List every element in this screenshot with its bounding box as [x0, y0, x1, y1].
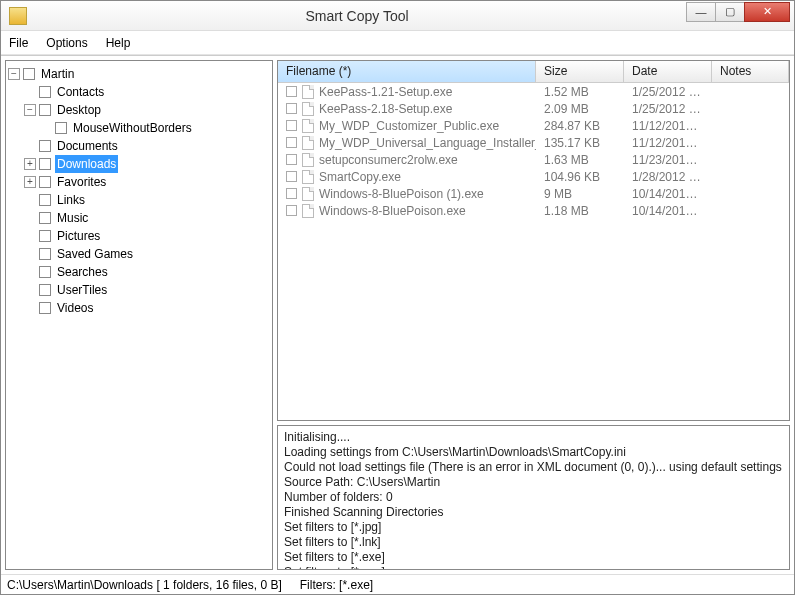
file-list[interactable]: Filename (*) Size Date Notes KeePass-1.2…: [277, 60, 790, 421]
log-line: Finished Scanning Directories: [284, 505, 783, 520]
tree-label: Pictures: [55, 227, 102, 245]
file-date: 11/23/2011 ...: [624, 153, 712, 167]
file-size: 1.18 MB: [536, 204, 624, 218]
file-size: 2.09 MB: [536, 102, 624, 116]
column-date[interactable]: Date: [624, 61, 712, 82]
checkbox[interactable]: [39, 230, 51, 242]
tree-node[interactable]: UserTiles: [24, 281, 272, 299]
tree-node[interactable]: Saved Games: [24, 245, 272, 263]
spacer: [24, 86, 36, 98]
file-name: Windows-8-BluePoison (1).exe: [319, 187, 484, 201]
file-name: setupconsumerc2rolw.exe: [319, 153, 458, 167]
tree-label: Martin: [39, 65, 76, 83]
file-row[interactable]: Windows-8-BluePoison.exe1.18 MB10/14/201…: [278, 202, 789, 219]
file-name: KeePass-2.18-Setup.exe: [319, 102, 452, 116]
checkbox[interactable]: [286, 137, 297, 148]
file-date: 11/12/2011 ...: [624, 119, 712, 133]
tree-node[interactable]: Music: [24, 209, 272, 227]
log-line: Set filters to [*.exe]: [284, 565, 783, 570]
checkbox[interactable]: [39, 284, 51, 296]
spacer: [24, 194, 36, 206]
file-rows: KeePass-1.21-Setup.exe1.52 MB1/25/2012 9…: [278, 83, 789, 420]
file-row[interactable]: KeePass-1.21-Setup.exe1.52 MB1/25/2012 9…: [278, 83, 789, 100]
checkbox[interactable]: [39, 158, 51, 170]
checkbox[interactable]: [39, 104, 51, 116]
checkbox[interactable]: [39, 212, 51, 224]
status-path: C:\Users\Martin\Downloads [ 1 folders, 1…: [7, 578, 282, 592]
file-row[interactable]: Windows-8-BluePoison (1).exe9 MB10/14/20…: [278, 185, 789, 202]
menu-file[interactable]: File: [9, 36, 28, 50]
file-date: 11/12/2011 ...: [624, 136, 712, 150]
file-date: 10/14/2011 ...: [624, 204, 712, 218]
checkbox[interactable]: [286, 154, 297, 165]
tree-label: Contacts: [55, 83, 106, 101]
checkbox[interactable]: [39, 266, 51, 278]
checkbox[interactable]: [39, 140, 51, 152]
tree-node[interactable]: Pictures: [24, 227, 272, 245]
checkbox[interactable]: [39, 86, 51, 98]
column-notes[interactable]: Notes: [712, 61, 789, 82]
menu-help[interactable]: Help: [106, 36, 131, 50]
checkbox[interactable]: [23, 68, 35, 80]
tree-node[interactable]: Searches: [24, 263, 272, 281]
minimize-button[interactable]: —: [686, 2, 716, 22]
collapse-icon[interactable]: −: [24, 104, 36, 116]
checkbox[interactable]: [286, 86, 297, 97]
window-title: Smart Copy Tool: [27, 8, 687, 24]
file-row[interactable]: KeePass-2.18-Setup.exe2.09 MB1/25/2012 1…: [278, 100, 789, 117]
column-filename[interactable]: Filename (*): [278, 61, 536, 82]
file-size: 135.17 KB: [536, 136, 624, 150]
tree-label: Music: [55, 209, 90, 227]
close-button[interactable]: ✕: [744, 2, 790, 22]
checkbox[interactable]: [286, 205, 297, 216]
file-icon: [302, 170, 314, 184]
checkbox[interactable]: [39, 248, 51, 260]
file-row[interactable]: My_WDP_Universal_Language_Installer_Publ…: [278, 134, 789, 151]
tree-root-node[interactable]: −Martin: [8, 65, 272, 83]
checkbox[interactable]: [39, 302, 51, 314]
file-row[interactable]: My_WDP_Customizer_Public.exe284.87 KB11/…: [278, 117, 789, 134]
log-panel[interactable]: Initialising....Loading settings from C:…: [277, 425, 790, 570]
tree-node[interactable]: Links: [24, 191, 272, 209]
checkbox[interactable]: [39, 176, 51, 188]
checkbox[interactable]: [286, 171, 297, 182]
tree-node[interactable]: Videos: [24, 299, 272, 317]
tree-node[interactable]: −Desktop: [24, 101, 272, 119]
tree-node[interactable]: Contacts: [24, 83, 272, 101]
checkbox[interactable]: [286, 103, 297, 114]
menu-bar: File Options Help: [1, 31, 794, 55]
spacer: [24, 230, 36, 242]
checkbox[interactable]: [286, 120, 297, 131]
spacer: [24, 302, 36, 314]
file-row[interactable]: SmartCopy.exe104.96 KB1/28/2012 1...: [278, 168, 789, 185]
checkbox[interactable]: [55, 122, 67, 134]
tree-node[interactable]: +Downloads: [24, 155, 272, 173]
file-name: My_WDP_Customizer_Public.exe: [319, 119, 499, 133]
checkbox[interactable]: [286, 188, 297, 199]
tree-node[interactable]: MouseWithoutBorders: [40, 119, 272, 137]
log-line: Set filters to [*.jpg]: [284, 520, 783, 535]
folder-tree[interactable]: −MartinContacts−DesktopMouseWithoutBorde…: [5, 60, 273, 570]
file-row[interactable]: setupconsumerc2rolw.exe1.63 MB11/23/2011…: [278, 151, 789, 168]
tree-label: Links: [55, 191, 87, 209]
file-name: KeePass-1.21-Setup.exe: [319, 85, 452, 99]
tree-node[interactable]: +Favorites: [24, 173, 272, 191]
expand-icon[interactable]: +: [24, 176, 36, 188]
spacer: [24, 212, 36, 224]
file-size: 9 MB: [536, 187, 624, 201]
file-icon: [302, 136, 314, 150]
expand-icon[interactable]: +: [24, 158, 36, 170]
file-name: My_WDP_Universal_Language_Installer_Publ…: [319, 136, 536, 150]
spacer: [24, 248, 36, 260]
log-line: Loading settings from C:\Users\Martin\Do…: [284, 445, 783, 460]
maximize-button[interactable]: ▢: [715, 2, 745, 22]
checkbox[interactable]: [39, 194, 51, 206]
window-controls: — ▢ ✕: [687, 2, 790, 24]
collapse-icon[interactable]: −: [8, 68, 20, 80]
file-name: SmartCopy.exe: [319, 170, 401, 184]
tree-node[interactable]: Documents: [24, 137, 272, 155]
column-headers: Filename (*) Size Date Notes: [278, 61, 789, 83]
menu-options[interactable]: Options: [46, 36, 87, 50]
column-size[interactable]: Size: [536, 61, 624, 82]
file-date: 1/25/2012 9:...: [624, 85, 712, 99]
